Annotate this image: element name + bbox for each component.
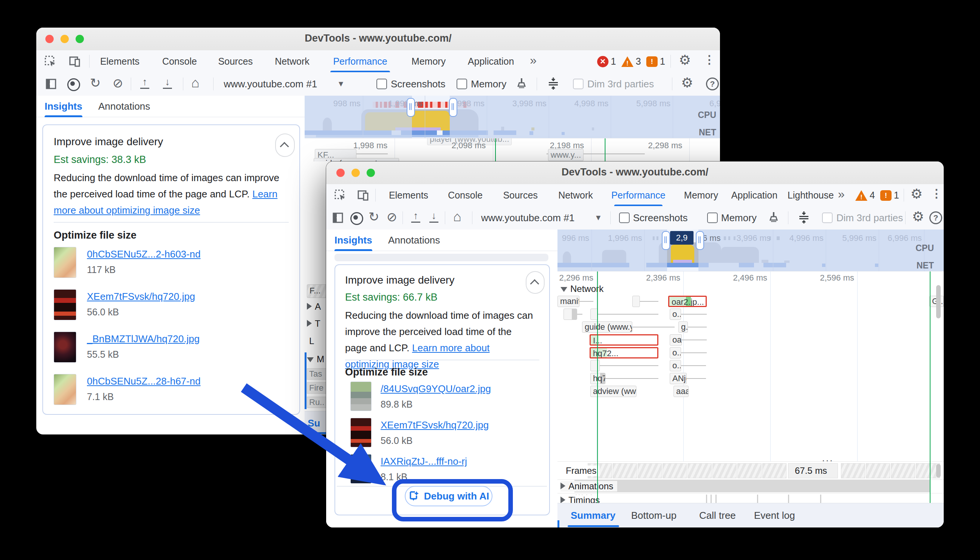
- tab-console[interactable]: Console: [159, 50, 200, 72]
- tab-memory[interactable]: Memory: [680, 184, 722, 206]
- issues-badge[interactable]: !: [880, 190, 892, 201]
- console-warnings-badge[interactable]: !: [621, 56, 633, 67]
- bottom-tab-bottom-up[interactable]: Bottom-up: [631, 503, 676, 527]
- tab-lighthouse[interactable]: Lighthouse: [786, 184, 835, 206]
- issues-badge[interactable]: !: [646, 56, 658, 67]
- frame-block[interactable]: [638, 463, 662, 478]
- gc-broom-icon[interactable]: [767, 212, 780, 225]
- network-request[interactable]: oa...: [670, 334, 682, 346]
- reload-record-icon[interactable]: ↻: [369, 210, 379, 223]
- dim-3rd-parties-checkbox[interactable]: [822, 213, 832, 223]
- help-icon[interactable]: ?: [706, 78, 719, 90]
- network-request[interactable]: manife...: [558, 296, 580, 307]
- front-titlebar[interactable]: DevTools - www.youtube.com/: [326, 162, 944, 185]
- dim-3rd-parties-checkbox[interactable]: [573, 78, 583, 89]
- tab-application[interactable]: Application: [463, 50, 519, 72]
- settings-gear-icon[interactable]: ⚙: [912, 210, 924, 223]
- frame-block[interactable]: [688, 463, 712, 478]
- network-request[interactable]: g...: [678, 322, 688, 333]
- debug-with-ai-button[interactable]: Debug with AI: [405, 486, 492, 506]
- tab-annotations[interactable]: Annotations: [98, 96, 159, 117]
- record-icon[interactable]: [350, 212, 363, 225]
- reload-record-icon[interactable]: ↻: [90, 77, 101, 89]
- chevron-down-icon[interactable]: ▾: [339, 79, 343, 88]
- tab-insights[interactable]: Insights: [45, 96, 82, 117]
- frame-block[interactable]: [713, 463, 737, 478]
- home-icon[interactable]: ⌂: [453, 210, 462, 223]
- more-tabs-icon[interactable]: »: [838, 188, 845, 200]
- image-link[interactable]: XEem7tFSvsk/hq720.jpg: [380, 419, 489, 431]
- collapse-shortcuts-icon[interactable]: [547, 77, 559, 92]
- tab-elements[interactable]: Elements: [99, 50, 141, 72]
- image-link[interactable]: 0hCbSENu5Z...2-h603-nd: [87, 248, 201, 260]
- tab-network[interactable]: Network: [555, 184, 597, 206]
- image-link[interactable]: XEem7tFSvsk/hq720.jpg: [87, 291, 195, 302]
- network-request[interactable]: [563, 308, 577, 320]
- toggle-sidebar-icon[interactable]: [45, 78, 57, 91]
- screenshots-checkbox[interactable]: [619, 213, 630, 223]
- device-toolbar-icon[interactable]: [69, 56, 81, 69]
- device-toolbar-icon[interactable]: [357, 190, 369, 203]
- inspect-element-icon[interactable]: [45, 56, 57, 69]
- track-label-partial[interactable]: M: [307, 354, 324, 365]
- tab-sources[interactable]: Sources: [501, 184, 540, 206]
- settings-gear-icon[interactable]: ⚙: [910, 187, 923, 201]
- network-request[interactable]: I...: [590, 334, 658, 346]
- history-select[interactable]: www.youtube.com #1: [481, 212, 575, 224]
- tab-memory[interactable]: Memory: [407, 50, 450, 72]
- selection-handle-left[interactable]: [662, 231, 670, 250]
- clear-icon[interactable]: ⊘: [113, 77, 123, 89]
- back-titlebar[interactable]: DevTools - www.youtube.com/: [36, 28, 720, 51]
- tab-insights[interactable]: Insights: [334, 230, 372, 251]
- image-link[interactable]: _BnBMZTlJWA/hq720.jpg: [87, 333, 199, 345]
- tab-summary-partial[interactable]: Su: [308, 412, 320, 435]
- www-chip[interactable]: www.y...: [548, 149, 583, 161]
- network-request[interactable]: [632, 296, 640, 307]
- network-request[interactable]: [590, 360, 600, 371]
- download-profile-icon[interactable]: ↓: [428, 212, 440, 223]
- animations-track[interactable]: Animations: [558, 479, 944, 493]
- upload-profile-icon[interactable]: ↑: [139, 78, 150, 89]
- tab-elements[interactable]: Elements: [387, 184, 430, 206]
- image-link[interactable]: /84USvqG9YQU/oar2.jpg: [380, 383, 491, 395]
- download-profile-icon[interactable]: ↓: [162, 78, 173, 89]
- network-request[interactable]: ANjg...: [670, 373, 687, 384]
- vertical-scrollbar[interactable]: [936, 285, 941, 318]
- collapse-card-button[interactable]: [275, 133, 295, 157]
- memory-checkbox[interactable]: [707, 213, 718, 223]
- toggle-sidebar-icon[interactable]: [332, 212, 344, 225]
- image-link[interactable]: IAXRiqZtJ-...fff-no-rj: [380, 456, 467, 467]
- tab-network[interactable]: Network: [271, 50, 313, 72]
- timeline-overview[interactable]: 996 ms1,996 ms3,996 ms4,996 ms5,996 ms6,…: [558, 230, 944, 271]
- frame-block[interactable]: [737, 463, 762, 478]
- help-icon[interactable]: ?: [929, 212, 942, 224]
- selection-handle-right[interactable]: [449, 98, 457, 117]
- clear-icon[interactable]: ⊘: [387, 211, 397, 223]
- console-warnings-badge[interactable]: !: [855, 190, 867, 201]
- tab-performance[interactable]: Performance: [610, 184, 666, 206]
- memory-checkbox[interactable]: [457, 78, 467, 89]
- tab-performance[interactable]: Performance: [327, 50, 394, 72]
- network-request[interactable]: aaa (: [673, 386, 689, 397]
- animations-track-label[interactable]: Animations: [560, 481, 617, 492]
- network-request[interactable]: guide (www.yout...: [582, 322, 632, 333]
- network-request[interactable]: hq72...: [590, 347, 658, 358]
- frame-block[interactable]: [841, 463, 865, 478]
- frame-block[interactable]: [866, 463, 890, 478]
- frame-block[interactable]: [663, 463, 687, 478]
- track-label-partial[interactable]: T: [307, 318, 321, 329]
- gc-broom-icon[interactable]: [515, 78, 528, 91]
- console-errors-badge[interactable]: ✕: [597, 56, 608, 67]
- track-label-partial[interactable]: L: [309, 336, 314, 347]
- frames-track[interactable]: Frames 67.5 ms: [558, 461, 944, 480]
- screenshots-checkbox[interactable]: [376, 78, 387, 89]
- network-request[interactable]: hq7...: [590, 373, 605, 384]
- inspect-element-icon[interactable]: [334, 190, 347, 203]
- tab-console[interactable]: Console: [444, 184, 487, 206]
- bottom-tab-call-tree[interactable]: Call tree: [699, 503, 736, 527]
- tab-annotations[interactable]: Annotations: [388, 230, 448, 251]
- frame-block[interactable]: [762, 463, 786, 478]
- chevron-down-icon[interactable]: ▾: [596, 213, 601, 222]
- bottom-tab-event-log[interactable]: Event log: [754, 503, 795, 527]
- more-tabs-icon[interactable]: »: [530, 54, 537, 66]
